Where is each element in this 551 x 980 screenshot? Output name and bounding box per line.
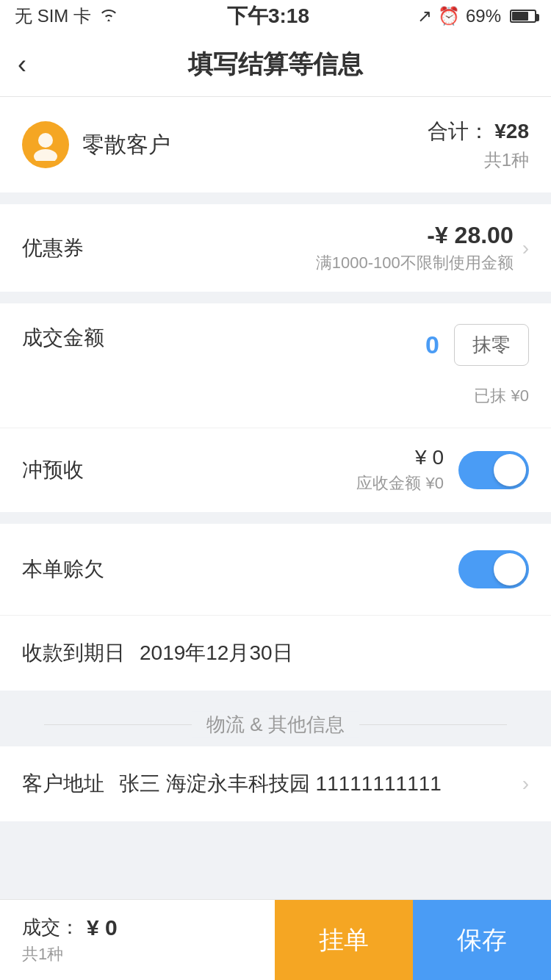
location-icon: ↗ <box>417 6 432 26</box>
toggle-knob <box>494 454 526 486</box>
address-value: 张三 海淀永丰科技园 11111111111 <box>119 770 522 798</box>
coupon-label: 优惠券 <box>22 234 84 262</box>
bottom-count: 共1种 <box>22 943 253 965</box>
page-title: 填写结算等信息 <box>188 48 363 82</box>
bottom-info: 成交： ¥ 0 共1种 <box>0 915 275 965</box>
already-rounded-label: 已抹 ¥0 <box>474 385 529 407</box>
trade-amount-right: 0 抹零 已抹 ¥0 <box>425 324 529 407</box>
status-bar: 无 SIM 卡 下午3:18 ↗ ⏰ 69% <box>0 0 551 32</box>
trade-amount-value: 0 <box>425 331 439 359</box>
bottom-trade: 成交： ¥ 0 <box>22 915 253 940</box>
address-row[interactable]: 客户地址 张三 海淀永丰科技园 11111111111 › <box>0 746 551 821</box>
debit-toggle-knob <box>494 553 526 586</box>
avatar <box>22 121 69 168</box>
total-line: 合计： ¥28 <box>428 118 530 145</box>
coupon-info: -¥ 28.00 满1000-100不限制使用金额 <box>316 222 514 274</box>
count-label: 共1种 <box>428 148 530 172</box>
pre-collect-values: ¥ 0 应收金额 ¥0 <box>356 446 444 494</box>
pre-collect-right: ¥ 0 应收金额 ¥0 <box>356 446 529 494</box>
content: 零散客户 合计： ¥28 共1种 优惠券 -¥ 28.00 满1000-100不… <box>0 97 551 921</box>
due-date-value: 2019年12月30日 <box>140 639 293 667</box>
due-date-row: 收款到期日 2019年12月30日 <box>0 615 551 691</box>
debit-card: 本单赊欠 收款到期日 2019年12月30日 <box>0 524 551 691</box>
battery-percent: 69% <box>466 6 501 26</box>
bottom-trade-amount: ¥ 0 <box>87 915 118 940</box>
hold-order-button[interactable]: 挂单 <box>275 900 413 981</box>
svg-point-1 <box>34 149 57 161</box>
back-button[interactable]: ‹ <box>18 49 26 80</box>
pre-collect-row: 冲预收 ¥ 0 应收金额 ¥0 <box>0 428 551 512</box>
battery-icon <box>510 10 536 23</box>
coupon-desc: 满1000-100不限制使用金额 <box>316 252 514 274</box>
customer-card: 零散客户 合计： ¥28 共1种 <box>0 97 551 192</box>
customer-right: 合计： ¥28 共1种 <box>428 118 530 172</box>
bottom-trade-label: 成交： <box>22 915 79 940</box>
status-right: ↗ ⏰ 69% <box>417 6 536 26</box>
address-chevron-icon: › <box>522 772 529 796</box>
section-divider: 物流 & 其他信息 <box>0 702 551 746</box>
nav-bar: ‹ 填写结算等信息 <box>0 32 551 97</box>
discount-amount: -¥ 28.00 <box>316 222 514 249</box>
bottom-bar: 成交： ¥ 0 共1种 挂单 保存 <box>0 899 551 980</box>
save-button[interactable]: 保存 <box>413 900 551 981</box>
pre-collect-toggle[interactable] <box>458 451 529 489</box>
address-card[interactable]: 客户地址 张三 海淀永丰科技园 11111111111 › <box>0 746 551 821</box>
due-date-label: 收款到期日 <box>22 639 125 667</box>
trade-amount-card: 成交金额 0 抹零 已抹 ¥0 冲预收 ¥ 0 应收金额 ¥0 <box>0 303 551 512</box>
customer-name: 零散客户 <box>82 130 170 160</box>
chevron-right-icon: › <box>522 237 529 260</box>
coupon-row[interactable]: 优惠券 -¥ 28.00 满1000-100不限制使用金额 › <box>0 204 551 292</box>
total-amount: ¥28 <box>494 120 529 143</box>
customer-row: 零散客户 合计： ¥28 共1种 <box>0 97 551 192</box>
alarm-icon: ⏰ <box>438 6 460 26</box>
status-left: 无 SIM 卡 <box>15 4 119 28</box>
wifi-icon <box>98 6 119 26</box>
debit-label: 本单赊欠 <box>22 555 104 583</box>
coupon-right: -¥ 28.00 满1000-100不限制使用金额 › <box>316 222 529 274</box>
trade-amount-label: 成交金额 <box>22 324 104 352</box>
section-divider-text: 物流 & 其他信息 <box>192 712 359 738</box>
coupon-card[interactable]: 优惠券 -¥ 28.00 满1000-100不限制使用金额 › <box>0 204 551 292</box>
round-button[interactable]: 抹零 <box>454 324 529 366</box>
status-time: 下午3:18 <box>227 2 309 30</box>
pre-collect-sub: 应收金额 ¥0 <box>356 472 444 494</box>
customer-left: 零散客户 <box>22 121 170 168</box>
address-label: 客户地址 <box>22 770 104 798</box>
pre-collect-label: 冲预收 <box>22 456 84 484</box>
svg-point-0 <box>38 133 53 148</box>
no-sim-text: 无 SIM 卡 <box>15 4 91 28</box>
debit-row: 本单赊欠 <box>0 524 551 615</box>
trade-amount-row: 成交金额 0 抹零 已抹 ¥0 <box>0 303 551 428</box>
total-label: 合计： <box>428 120 489 143</box>
debit-toggle[interactable] <box>458 550 529 588</box>
pre-collect-amount: ¥ 0 <box>356 446 444 469</box>
